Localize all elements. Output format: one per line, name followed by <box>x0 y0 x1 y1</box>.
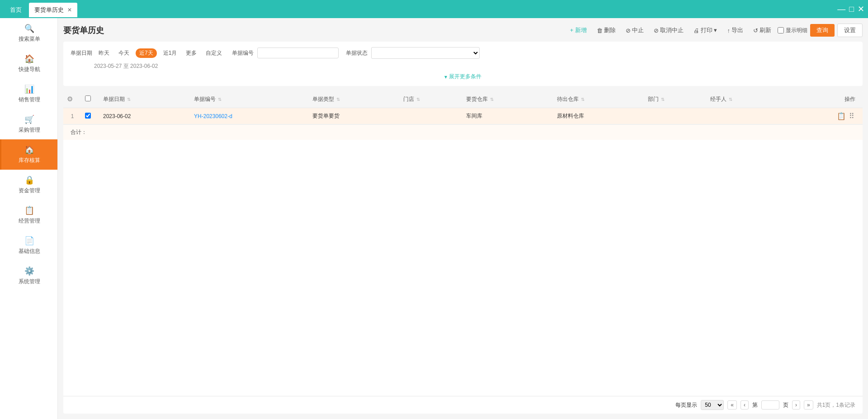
settings-button[interactable]: 设置 <box>837 24 863 37</box>
col-handler: 经手人 ⇅ <box>707 90 783 108</box>
tab-home[interactable]: 首页 <box>5 3 27 17</box>
sort-store-icon[interactable]: ⇅ <box>416 97 420 102</box>
row-checkbox[interactable] <box>85 113 91 119</box>
view-op-icon[interactable]: 📋 <box>837 112 846 120</box>
status-filter: 单据状态 <box>346 47 480 59</box>
purchase-mgmt-icon: 🛒 <box>24 114 34 124</box>
sidebar-item-label-base: 基础信息 <box>19 248 40 255</box>
sidebar-item-purchase-mgmt[interactable]: 🛒 采购管理 <box>0 109 57 139</box>
next-page-btn[interactable]: › <box>792 400 800 409</box>
sidebar-item-base-info[interactable]: 📄 基础信息 <box>0 230 57 261</box>
select-all-checkbox[interactable] <box>85 95 91 101</box>
first-page-btn[interactable]: « <box>727 400 737 409</box>
sidebar-item-quick-nav[interactable]: 🏠 快捷导航 <box>0 48 57 79</box>
window-controls: — □ ✕ <box>837 4 864 14</box>
header-actions: + 新增 🗑 删除 ⊘ 中止 ⊘ 取消中止 🖨 打印 ▾ <box>566 24 863 37</box>
export-button[interactable]: ↑ 导出 <box>724 24 747 36</box>
sales-mgmt-icon: 📊 <box>24 84 34 94</box>
cancel-stop-label: 取消中止 <box>660 26 684 34</box>
minimize-icon[interactable]: — <box>837 5 845 14</box>
show-detail-toggle[interactable]: 显示明细 <box>778 27 807 34</box>
date-filter: 单据日期 昨天 今天 近7天 近1月 更多 自定义 <box>71 48 225 58</box>
sort-doctype-icon[interactable]: ⇅ <box>336 97 340 102</box>
close-window-icon[interactable]: ✕ <box>858 4 864 14</box>
sidebar-item-label-sales: 销售管理 <box>19 96 40 104</box>
last-page-btn[interactable]: » <box>804 400 813 409</box>
tab-close-icon[interactable]: ✕ <box>67 7 72 13</box>
docno-input[interactable] <box>257 48 339 58</box>
sidebar-item-label-sys: 系统管理 <box>19 278 40 286</box>
sort-docno-icon[interactable]: ⇅ <box>218 97 222 102</box>
new-button[interactable]: + 新增 <box>566 24 590 36</box>
query-button[interactable]: 查询 <box>810 24 835 37</box>
finance-mgmt-icon: 🔒 <box>24 175 34 185</box>
col-date: 单据日期 ⇅ <box>99 90 190 108</box>
sidebar-item-label-inventory: 库存核算 <box>19 157 40 164</box>
sidebar-item-finance-mgmt[interactable]: 🔒 资金管理 <box>0 170 57 200</box>
date-range-display: 2023-05-27 至 2023-06-02 <box>94 62 158 70</box>
export-icon: ↑ <box>727 27 731 34</box>
maximize-icon[interactable]: □ <box>849 5 854 14</box>
expand-more-btn[interactable]: ▾ 展开更多条件 <box>71 73 855 81</box>
sort-reqwarehouse-icon[interactable]: ⇅ <box>490 97 494 102</box>
col-ops: 操作 <box>783 90 863 108</box>
col-dept: 部门 ⇅ <box>644 90 707 108</box>
page-size-label: 每页显示 <box>675 401 697 409</box>
page-input[interactable]: 1 <box>761 400 779 409</box>
export-label: 导出 <box>731 26 743 34</box>
sort-handler-icon[interactable]: ⇅ <box>729 97 732 102</box>
date-btn-more[interactable]: 更多 <box>183 48 199 58</box>
sidebar-item-sales-mgmt[interactable]: 📊 销售管理 <box>0 79 57 109</box>
col-reqwarehouse: 要货仓库 ⇅ <box>462 90 553 108</box>
page-size-select[interactable]: 50 100 200 <box>701 400 724 410</box>
row-docno: YH-20230602-d <box>190 108 309 124</box>
print-label: 打印 ▾ <box>701 26 717 34</box>
table-spacer <box>63 140 863 396</box>
row-dept <box>644 108 707 124</box>
status-select[interactable] <box>371 47 480 59</box>
filter-bar: 单据日期 昨天 今天 近7天 近1月 更多 自定义 单据编号 单据状态 <box>63 42 863 86</box>
sort-dept-icon[interactable]: ⇅ <box>661 97 665 102</box>
sidebar: 🔍 搜索菜单 🏠 快捷导航 📊 销售管理 🛒 采购管理 🏠 库存核算 🔒 资金管… <box>0 18 58 419</box>
row-doctype: 要货单要货 <box>309 108 400 124</box>
sort-pendingwarehouse-icon[interactable]: ⇅ <box>581 97 585 102</box>
sort-date-icon[interactable]: ⇅ <box>127 97 131 102</box>
row-pendingwarehouse: 原材料仓库 <box>553 108 644 124</box>
page-header: 要货单历史 + 新增 🗑 删除 ⊘ 中止 ⊘ 取消中止 🖨 打印 ▾ <box>63 24 863 37</box>
date-filter-label: 单据日期 <box>71 49 92 57</box>
prev-page-btn[interactable]: ‹ <box>741 400 749 409</box>
row-ops: 📋 ⠿ <box>783 108 863 124</box>
table-container: ⚙ 单据日期 ⇅ 单据编号 ⇅ <box>63 90 863 414</box>
cancel-stop-icon: ⊘ <box>654 27 659 34</box>
pagination-bar: 每页显示 50 100 200 « ‹ 第 1 页 › » 共1页，1条记录 <box>63 396 863 414</box>
ops-mgmt-icon: 📋 <box>24 205 34 215</box>
sidebar-item-label-purchase: 采购管理 <box>19 126 40 134</box>
refresh-button[interactable]: ↺ 刷新 <box>750 24 775 36</box>
delete-button[interactable]: 🗑 删除 <box>593 24 619 36</box>
print-button[interactable]: 🖨 打印 ▾ <box>690 24 721 36</box>
docno-filter-label: 单据编号 <box>232 49 254 57</box>
date-btn-today[interactable]: 今天 <box>116 48 132 58</box>
date-btn-yesterday[interactable]: 昨天 <box>96 48 112 58</box>
date-btn-custom[interactable]: 自定义 <box>203 48 225 58</box>
date-btn-7days[interactable]: 近7天 <box>136 48 157 58</box>
docno-link[interactable]: YH-20230602-d <box>194 113 232 119</box>
sidebar-item-ops-mgmt[interactable]: 📋 经营管理 <box>0 200 57 230</box>
show-detail-checkbox[interactable] <box>778 27 784 33</box>
sys-mgmt-icon: ⚙️ <box>24 266 34 276</box>
chevron-down-icon: ▾ <box>444 74 447 80</box>
table-settings-icon[interactable]: ⚙ <box>67 95 73 103</box>
tab-requisition-history[interactable]: 要货单历史 ✕ <box>29 3 77 17</box>
sidebar-item-search-menu[interactable]: 🔍 搜索菜单 <box>0 18 57 48</box>
row-date: 2023-06-02 <box>99 108 190 124</box>
date-btn-1month[interactable]: 近1月 <box>160 48 180 58</box>
sidebar-item-label-search: 搜索菜单 <box>19 35 40 43</box>
col-doctype: 单据类型 ⇅ <box>309 90 400 108</box>
stop-icon: ⊘ <box>626 27 631 34</box>
sidebar-item-sys-mgmt[interactable]: ⚙️ 系统管理 <box>0 261 57 291</box>
cancel-stop-button[interactable]: ⊘ 取消中止 <box>650 24 687 36</box>
page-suffix: 页 <box>783 401 788 409</box>
stop-button[interactable]: ⊘ 中止 <box>622 24 647 36</box>
sidebar-item-inventory[interactable]: 🏠 库存核算 <box>0 139 57 170</box>
more-op-icon[interactable]: ⠿ <box>849 112 854 120</box>
